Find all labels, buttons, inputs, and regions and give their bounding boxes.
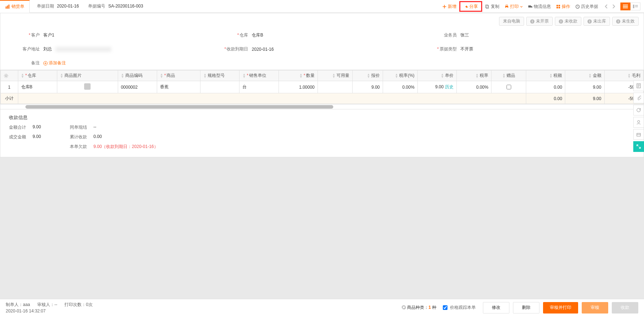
rail-attach-button[interactable] (633, 93, 644, 103)
rail-box-button[interactable] (633, 129, 644, 140)
items-table: *仓库 商品图片 商品编码 *商品 规格型号 *销售单位 *数量 可用量 报价 … (0, 70, 644, 104)
chart-icon (5, 4, 10, 9)
col-tax[interactable]: 税额 (526, 70, 565, 81)
prev-button[interactable] (602, 3, 610, 10)
field-remark: 备注 添加备注 (15, 60, 212, 66)
field-due: *收款到期日2020-01-16 (223, 46, 421, 52)
doc-number: 单据编号SA-20200116-003 (88, 3, 143, 9)
col-quote[interactable]: 报价 (352, 70, 383, 81)
rail-note-button[interactable] (633, 80, 644, 91)
status-receipt: i未收款 (555, 17, 581, 26)
svg-rect-10 (558, 5, 560, 6)
payment-title: 收款信息 (9, 114, 635, 121)
share-icon (464, 4, 468, 9)
chevron-down-icon (520, 4, 523, 9)
footer-meta: 制单人：aaa 审核人：-- 打印次数：0次 2020-01-16 14:32:… (6, 301, 93, 314)
col-unit[interactable]: *销售单位 (239, 70, 279, 81)
svg-rect-14 (633, 5, 634, 8)
share-button[interactable]: 分享 (461, 2, 480, 11)
svg-rect-0 (6, 6, 7, 9)
status-effect: i未生效 (612, 17, 639, 26)
audit-print-button[interactable]: 审核并打印 (543, 302, 578, 313)
svg-rect-8 (528, 5, 531, 8)
col-avail[interactable]: 可用量 (318, 70, 352, 81)
svg-point-20 (638, 120, 640, 123)
col-discrate[interactable]: 税率(%) (383, 70, 417, 81)
rail-refresh-button[interactable] (633, 105, 644, 115)
follow-checkbox[interactable]: 价格跟踪本单 (441, 304, 476, 311)
add-remark-button[interactable]: 添加备注 (43, 60, 66, 66)
table-hscrollbar[interactable] (0, 104, 644, 109)
status-invoice: i未开票 (526, 17, 553, 26)
tab-sales-order[interactable]: 销货单 (0, 0, 30, 13)
field-customer: *客户客户1 (15, 32, 212, 38)
paperclip-icon (636, 95, 641, 100)
copy-button[interactable]: 复制 (483, 2, 502, 11)
svg-point-18 (5, 75, 7, 76)
col-profit[interactable]: 毛利 (604, 70, 643, 81)
pay-total: 金额合计9.00 (9, 124, 70, 130)
col-price[interactable]: 单价 (417, 70, 456, 81)
svg-rect-12 (558, 7, 560, 8)
col-code[interactable]: 商品编码 (118, 70, 157, 81)
tab-label: 销货单 (11, 4, 24, 10)
col-gift[interactable]: 赠品 (492, 70, 526, 81)
pay-deal: 成交金额9.00 (9, 134, 70, 140)
table-row[interactable]: 1 仓库B 0000002 香蕉 台 1.00000 9.00 0.00% 9.… (1, 81, 644, 93)
field-billtype: *票据类型不开票 (432, 46, 629, 52)
view-list-button[interactable] (620, 3, 630, 10)
svg-rect-7 (506, 7, 508, 8)
expand-icon (636, 144, 641, 149)
svg-rect-1 (7, 5, 8, 9)
chevron-right-icon (612, 4, 615, 9)
print-button[interactable]: 打印 (502, 2, 525, 11)
chevron-left-icon (605, 4, 607, 9)
next-button[interactable] (610, 3, 618, 10)
grid-icon (556, 4, 561, 9)
new-button[interactable]: 新增 (440, 2, 459, 11)
share-highlight: 分享 (459, 1, 482, 12)
gift-checkbox[interactable] (507, 85, 511, 89)
table-sum-row: 小计 0.00 9.00 -59.21 (1, 93, 644, 104)
receive-button[interactable]: 收款 (612, 302, 638, 313)
svg-rect-15 (635, 5, 638, 6)
col-prod[interactable]: *商品 (157, 70, 200, 81)
edit-button[interactable]: 修改 (483, 302, 509, 313)
refresh-icon (636, 108, 641, 113)
audit-button[interactable]: 审核 (582, 302, 608, 313)
plus-circle-icon (43, 61, 48, 65)
status-source: 来自电脑 (499, 17, 524, 26)
col-qty[interactable]: *数量 (279, 70, 318, 81)
rail-user-button[interactable] (633, 117, 644, 128)
col-gear[interactable] (1, 70, 18, 81)
view-card-button[interactable] (630, 3, 640, 10)
delete-button[interactable]: 删除 (513, 302, 539, 313)
svg-rect-9 (557, 5, 558, 6)
logistics-button[interactable]: 物流信息 (526, 2, 553, 11)
svg-rect-6 (506, 5, 508, 6)
svg-rect-16 (635, 6, 638, 7)
svg-rect-2 (9, 4, 10, 8)
pay-owe: 本单欠款9.00（收款到期日：2020-01-16） (70, 144, 163, 150)
col-taxrate[interactable]: 税率 (457, 70, 492, 81)
print-icon (504, 4, 509, 9)
status-out: i未出库 (584, 17, 610, 26)
list-icon (623, 5, 628, 8)
gear-icon (4, 73, 9, 78)
col-amount[interactable]: 金额 (565, 70, 604, 81)
col-img[interactable]: 商品图片 (57, 70, 118, 81)
col-spec[interactable]: 规格型号 (200, 70, 239, 81)
plus-icon (442, 4, 447, 9)
col-wh[interactable]: *仓库 (18, 70, 57, 81)
pay-settle: 同单现结-- (70, 124, 163, 130)
doc-date: 单据日期2020-01-16 (37, 3, 79, 9)
copy-icon (485, 4, 490, 9)
field-salesman: 业务员张三 (432, 32, 629, 38)
kinds-count: ◎ 商品种类：1 种 (402, 305, 436, 311)
svg-rect-11 (557, 7, 558, 8)
rail-expand-button[interactable] (633, 141, 644, 152)
history-link[interactable]: 历史 (445, 84, 454, 89)
ops-button[interactable]: 操作 (554, 2, 572, 11)
field-address: 客户地址刘总hidden (15, 46, 212, 52)
history-button[interactable]: 历史单据 (573, 2, 600, 11)
